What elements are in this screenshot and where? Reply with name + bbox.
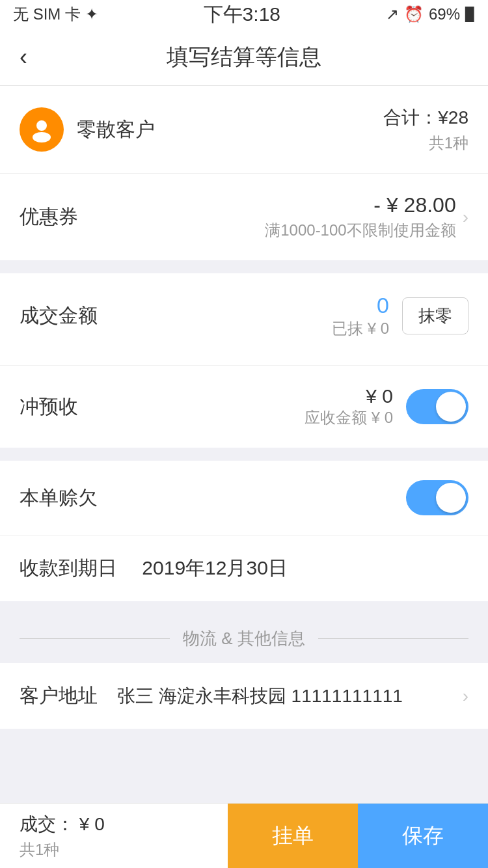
bottom-deal: 成交： ¥ 0 — [20, 812, 208, 837]
round-zero-button[interactable]: 抹零 — [402, 297, 468, 334]
debt-section: 本单赊欠 收款到期日 2019年12月30日 — [0, 461, 488, 601]
debt-toggle-circle — [436, 483, 466, 513]
page-title: 填写结算等信息 — [167, 42, 321, 72]
chevron-right-icon: › — [463, 207, 468, 228]
bottom-deal-value: ¥ 0 — [79, 814, 105, 834]
logistics-line-left — [20, 638, 170, 639]
prepay-label: 冲预收 — [20, 394, 78, 420]
address-label: 客户地址 — [20, 683, 98, 709]
due-date-value: 2019年12月30日 — [142, 557, 287, 578]
deal-label: 成交金额 — [20, 303, 98, 329]
bottom-bar: 成交： ¥ 0 共1种 挂单 保存 — [0, 803, 488, 868]
logistics-title: 物流 & 其他信息 — [183, 627, 305, 650]
coupon-amount: - ¥ 28.00 — [265, 193, 455, 217]
status-left: 无 SIM 卡 ✦ — [13, 4, 98, 25]
battery-text: 69% — [429, 5, 460, 23]
status-right: ↗ ⏰ 69% ▉ — [386, 5, 475, 23]
hold-button[interactable]: 挂单 — [228, 804, 358, 868]
customer-left: 零散客户 — [20, 107, 155, 152]
prepay-amount: ¥ 0 — [305, 385, 393, 407]
customer-right: 合计：¥28 共1种 — [383, 105, 468, 154]
bottom-count: 共1种 — [20, 839, 208, 860]
due-date-label: 收款到期日 — [20, 557, 117, 578]
sim-wifi-text: 无 SIM 卡 ✦ — [13, 4, 98, 25]
logistics-header: 物流 & 其他信息 — [0, 614, 488, 663]
address-value: 张三 海淀永丰科技园 11111111111 — [117, 684, 463, 709]
prepay-row: 冲预收 ¥ 0 应收金额 ¥ 0 — [0, 365, 488, 448]
bottom-summary: 成交： ¥ 0 共1种 — [0, 812, 228, 860]
coupon-right: - ¥ 28.00 满1000-100不限制使用金额 › — [265, 193, 468, 241]
deal-value: 0 — [332, 293, 389, 318]
bottom-deal-label: 成交： — [20, 814, 74, 834]
location-icon: ↗ — [386, 5, 399, 23]
deal-amount-row: 成交金额 0 已抹 ¥ 0 抹零 — [0, 273, 488, 365]
address-chevron-icon: › — [463, 686, 468, 707]
toggle-circle — [436, 392, 466, 422]
deal-row: 成交金额 0 已抹 ¥ 0 抹零 — [20, 293, 468, 339]
customer-section: 零散客户 合计：¥28 共1种 优惠券 - ¥ 28.00 满1000-100不… — [0, 86, 488, 260]
prepay-info: ¥ 0 应收金额 ¥ 0 — [305, 385, 393, 428]
debt-toggle[interactable] — [406, 480, 468, 515]
prepay-toggle[interactable] — [406, 389, 468, 424]
coupon-info: - ¥ 28.00 满1000-100不限制使用金额 — [265, 193, 455, 241]
svg-point-0 — [36, 120, 47, 131]
coupon-row[interactable]: 优惠券 - ¥ 28.00 满1000-100不限制使用金额 › — [0, 173, 488, 260]
due-date-row: 收款到期日 2019年12月30日 — [0, 535, 488, 601]
total-amount: 合计：¥28 — [383, 105, 468, 130]
prepay-right: ¥ 0 应收金额 ¥ 0 — [305, 385, 468, 428]
alarm-icon: ⏰ — [404, 5, 424, 23]
svg-point-1 — [33, 132, 51, 142]
user-icon — [29, 116, 55, 142]
prepay-sub: 应收金额 ¥ 0 — [305, 407, 393, 428]
logistics-line-right — [318, 638, 468, 639]
status-time: 下午3:18 — [204, 1, 280, 28]
customer-name: 零散客户 — [77, 116, 155, 143]
nav-bar: ‹ 填写结算等信息 — [0, 29, 488, 86]
avatar — [20, 107, 64, 152]
debt-label: 本单赊欠 — [20, 485, 98, 511]
coupon-desc: 满1000-100不限制使用金额 — [265, 220, 455, 241]
customer-row: 零散客户 合计：¥28 共1种 — [0, 86, 488, 173]
save-button[interactable]: 保存 — [358, 804, 488, 868]
address-row[interactable]: 客户地址 张三 海淀永丰科技园 11111111111 › — [0, 663, 488, 729]
address-section: 客户地址 张三 海淀永丰科技园 11111111111 › — [0, 663, 488, 729]
deal-value-wrap: 0 已抹 ¥ 0 — [332, 293, 389, 339]
back-button[interactable]: ‹ — [20, 44, 27, 71]
deal-section: 成交金额 0 已抹 ¥ 0 抹零 冲预收 ¥ 0 应收金额 ¥ 0 — [0, 273, 488, 448]
coupon-label: 优惠券 — [20, 204, 78, 230]
total-count: 共1种 — [383, 133, 468, 154]
deal-right: 0 已抹 ¥ 0 抹零 — [332, 293, 468, 339]
deal-sub: 已抹 ¥ 0 — [332, 318, 389, 339]
debt-row: 本单赊欠 — [0, 461, 488, 535]
status-bar: 无 SIM 卡 ✦ 下午3:18 ↗ ⏰ 69% ▉ — [0, 0, 488, 29]
battery-icon: ▉ — [465, 7, 475, 22]
